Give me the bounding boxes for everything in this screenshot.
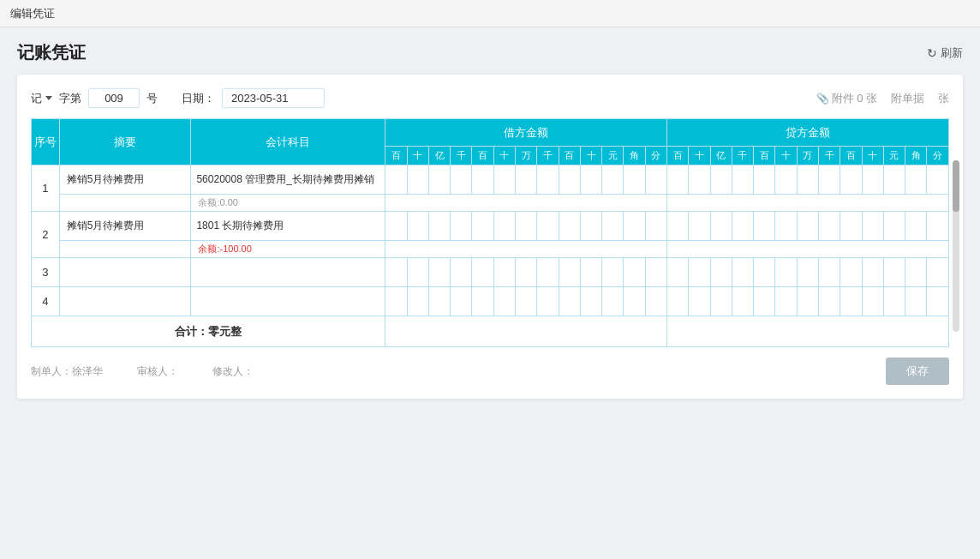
account-2[interactable]: 1801 长期待摊费用 (191, 212, 385, 241)
sub-c-3: 亿 (710, 147, 732, 165)
maker-label: 制单人：徐泽华 (31, 364, 103, 379)
seq-1: 1 (32, 165, 60, 212)
zhang-label: 张 (938, 91, 949, 106)
sub-d-5: 百 (472, 147, 493, 165)
col-header-summary: 摘要 (59, 119, 191, 165)
footer-row: 制单人：徐泽华 审核人： 修改人： 保存 (31, 358, 949, 385)
sub-d-6: 十 (493, 147, 515, 165)
account-4[interactable] (191, 287, 385, 316)
sub-d-11: 元 (602, 147, 624, 165)
sub-c-4: 千 (732, 147, 753, 165)
sub-c-8: 千 (818, 147, 840, 165)
refresh-label: 刷新 (941, 45, 963, 61)
ji-chevron-icon (45, 96, 52, 100)
title-bar-label: 编辑凭证 (10, 6, 55, 21)
table-row: 3 (32, 258, 949, 287)
summary-2[interactable]: 摊销5月待摊费用 (59, 212, 191, 241)
sub-d-4: 千 (451, 147, 472, 165)
ji-select[interactable]: 记 (31, 91, 52, 106)
seq-3: 3 (32, 258, 60, 287)
sub-c-13: 分 (927, 147, 949, 165)
title-bar: 编辑凭证 (0, 0, 980, 27)
total-value: 零元整 (208, 325, 242, 338)
sub-c-7: 万 (797, 147, 818, 165)
account-1[interactable]: 56020008 管理费用_长期待摊费用摊销 (191, 165, 385, 195)
col-header-debit: 借方金额 (385, 119, 667, 147)
balance-row-2: 余额:-100.00 (32, 241, 949, 258)
voucher-table: 序号 摘要 会计科目 借方金额 贷方金额 百 十 亿 千 百 十 万 (31, 118, 949, 347)
balance-2: 余额:-100.00 (198, 243, 251, 254)
ji-label: 记 (31, 91, 42, 106)
table-row: 2 摊销5月待摊费用 1801 长期待摊费用 (32, 212, 949, 241)
scrollbar[interactable] (953, 160, 959, 332)
sub-c-12: 角 (905, 147, 927, 165)
balance-row-1: 余额:0.00 (32, 195, 949, 212)
sub-d-10: 十 (580, 147, 601, 165)
sub-c-2: 十 (689, 147, 710, 165)
date-label: 日期： (182, 91, 215, 106)
sub-d-8: 千 (537, 147, 559, 165)
table-row: 4 (32, 287, 949, 316)
attachment-label: 附件 0 张 (832, 91, 877, 106)
summary-3[interactable] (59, 258, 191, 287)
zi-di-input[interactable] (88, 88, 140, 108)
maker-value: 徐泽华 (72, 365, 103, 377)
seq-2: 2 (32, 212, 60, 258)
col-header-seq: 序号 (32, 119, 60, 165)
sub-d-7: 万 (516, 147, 537, 165)
summary-1[interactable]: 摊销5月待摊费用 (59, 165, 191, 195)
clip-icon: 📎 (816, 93, 829, 105)
seq-4: 4 (32, 287, 60, 316)
sub-d-13: 分 (645, 147, 666, 165)
page-title: 记账凭证 (17, 41, 86, 64)
attach-sheet-label: 附单据 (891, 91, 924, 106)
date-input[interactable] (222, 88, 325, 108)
table-row: 1 摊销5月待摊费用 56020008 管理费用_长期待摊费用摊销 (32, 165, 949, 195)
sub-c-9: 百 (840, 147, 862, 165)
hao-label: 号 (146, 91, 158, 106)
col-header-account: 会计科目 (191, 119, 385, 165)
sub-c-10: 十 (862, 147, 883, 165)
attachment-link[interactable]: 📎 附件 0 张 (816, 91, 877, 106)
total-label-text: 合计： (175, 325, 208, 338)
sub-d-2: 十 (407, 147, 428, 165)
sub-c-6: 十 (775, 147, 797, 165)
sub-c-5: 百 (754, 147, 775, 165)
save-button[interactable]: 保存 (886, 358, 949, 385)
zi-di-label: 字第 (59, 91, 81, 106)
scrollbar-thumb[interactable] (953, 160, 959, 212)
col-header-credit: 贷方金额 (667, 119, 949, 147)
summary-4[interactable] (59, 287, 191, 316)
balance-1: 余额:0.00 (198, 197, 237, 207)
refresh-icon: ↻ (927, 46, 937, 60)
auditor-label: 审核人： (137, 364, 178, 379)
sub-d-3: 亿 (428, 147, 450, 165)
sub-d-12: 角 (624, 147, 645, 165)
total-row: 合计：零元整 (32, 316, 949, 347)
sub-c-11: 元 (883, 147, 905, 165)
sub-c-1: 百 (667, 147, 689, 165)
refresh-button[interactable]: ↻ 刷新 (927, 45, 963, 61)
sub-d-1: 百 (385, 147, 407, 165)
sub-d-9: 百 (559, 147, 580, 165)
modifier-label: 修改人： (212, 364, 254, 379)
total-label: 合计：零元整 (32, 316, 385, 347)
account-3[interactable] (191, 258, 385, 287)
